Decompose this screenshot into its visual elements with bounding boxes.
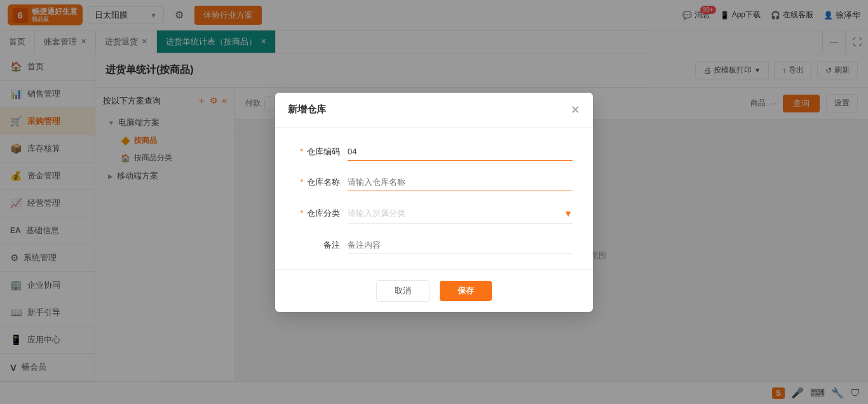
warehouse-note-input[interactable] — [348, 236, 573, 254]
modal-header: 新增仓库 ✕ — [275, 93, 593, 128]
modal-body: * 仓库编码 * 仓库名称 * 仓库分类 请输入所属 — [275, 128, 593, 269]
category-placeholder: 请输入所属分类 — [348, 208, 405, 219]
form-row-code: * 仓库编码 — [295, 143, 573, 161]
form-row-category: * 仓库分类 请输入所属分类 ▼ — [295, 204, 573, 224]
warehouse-category-select[interactable]: 请输入所属分类 ▼ — [348, 204, 573, 224]
name-label: * 仓库名称 — [295, 177, 340, 188]
cancel-button[interactable]: 取消 — [376, 280, 430, 302]
add-warehouse-modal: 新增仓库 ✕ * 仓库编码 * 仓库名称 — [275, 93, 593, 312]
code-required-mark: * — [300, 147, 303, 156]
save-button[interactable]: 保存 — [440, 281, 492, 301]
category-label: * 仓库分类 — [295, 208, 340, 219]
warehouse-name-input[interactable] — [348, 173, 573, 191]
form-row-name: * 仓库名称 — [295, 173, 573, 191]
category-dropdown-icon: ▼ — [564, 208, 573, 219]
modal-overlay: 新增仓库 ✕ * 仓库编码 * 仓库名称 — [0, 0, 868, 404]
category-required-mark: * — [300, 208, 303, 218]
form-row-note: 备注 — [295, 236, 573, 254]
note-label: 备注 — [295, 239, 340, 251]
name-required-mark: * — [300, 177, 303, 187]
modal-close-button[interactable]: ✕ — [571, 103, 580, 117]
modal-footer: 取消 保存 — [275, 269, 593, 312]
modal-title: 新增仓库 — [288, 104, 326, 116]
warehouse-code-input[interactable] — [348, 143, 573, 161]
code-label: * 仓库编码 — [295, 146, 340, 158]
